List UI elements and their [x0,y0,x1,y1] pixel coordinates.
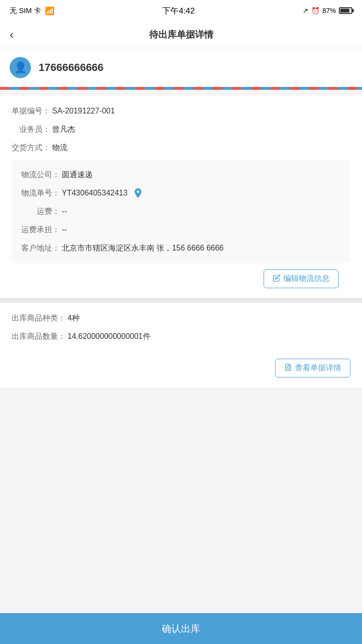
location-status-icon: ↗ [303,7,308,14]
goods-quantity-label: 出库商品数量： [12,331,66,342]
address-row: 客户地址： 北京市市辖区海淀区永丰南 张，156 6666 6666 [21,242,341,254]
status-bar: 无 SIM 卡 📶 下午4:42 ↗ ⏰ 87% [0,0,362,21]
wifi-icon: 📶 [45,6,55,15]
status-left: 无 SIM 卡 📶 [10,6,55,15]
goods-section: 出库商品种类： 4种 出库商品数量： 14.620000000000001件 [0,303,362,352]
alarm-icon: ⏰ [311,7,320,14]
sales-person-row: 业务员： 曾凡杰 [12,124,350,135]
document-icon [284,364,292,373]
view-document-label: 查看单据详情 [295,363,341,373]
goods-quantity-row: 出库商品数量： 14.620000000000001件 [12,331,350,342]
sales-person-label: 业务员： [12,124,50,135]
customer-phone: 17666666666 [39,61,104,74]
carrier-text: 无 SIM 卡 [10,6,41,15]
freight-bear-row: 运费承担： -- [21,224,341,236]
status-time: 下午4:42 [162,5,195,16]
freight-bear-value: -- [62,224,341,236]
goods-category-row: 出库商品种类： 4种 [12,312,350,324]
edit-btn-row: 编辑物流信息 [12,263,350,288]
sales-person-value: 曾凡杰 [52,124,350,135]
freight-label: 运费： [21,206,60,217]
customer-header: 👤 17666666666 [0,48,362,87]
tracking-number-value: YT4306405342413 [62,187,127,199]
freight-row: 运费： -- [21,206,341,217]
dashed-divider [0,87,362,90]
address-label: 客户地址： [21,242,60,254]
tracking-value-group: YT4306405342413 [62,187,341,199]
delivery-method-label: 交货方式： [12,142,50,154]
edit-logistics-label: 编辑物流信息 [283,274,330,284]
battery-percentage: 87% [322,7,336,14]
section-separator [0,298,362,303]
delivery-method-value: 物流 [52,142,350,154]
view-document-details-button[interactable]: 查看单据详情 [275,359,350,378]
freight-bear-label: 运费承担： [21,224,60,236]
nav-bar: ‹ 待出库单据详情 [0,21,362,48]
back-button[interactable]: ‹ [10,29,14,41]
address-value: 北京市市辖区海淀区永丰南 张，156 6666 6666 [62,242,341,254]
page-title: 待出库单据详情 [149,28,213,41]
bottom-spacer [0,387,362,474]
tracking-number-label: 物流单号： [21,187,60,199]
logistics-company-label: 物流公司： [21,169,60,181]
person-icon: 👤 [14,61,27,74]
document-number-label: 单据编号： [12,105,50,117]
status-right: ↗ ⏰ 87% [303,7,352,14]
battery-icon [339,7,352,14]
logistics-card: 物流公司： 圆通速递 物流单号： YT4306405342413 运费： -- … [12,160,350,263]
tracking-number-row: 物流单号： YT4306405342413 [21,187,341,199]
view-btn-row: 查看单据详情 [0,352,362,387]
edit-icon [273,274,280,283]
confirm-bar[interactable]: 确认出库 [0,613,362,644]
goods-category-value: 4种 [68,312,350,324]
freight-value: -- [62,206,341,217]
logistics-company-row: 物流公司： 圆通速递 [21,169,341,181]
map-pin-icon[interactable] [132,187,144,199]
document-number-row: 单据编号： SA-20191227-001 [12,105,350,117]
basic-info-section: 单据编号： SA-20191227-001 业务员： 曾凡杰 交货方式： 物流 … [0,96,362,298]
goods-category-label: 出库商品种类： [12,312,66,324]
goods-quantity-value: 14.620000000000001件 [68,331,350,342]
logistics-company-value: 圆通速递 [62,169,341,181]
confirm-button-label: 确认出库 [162,622,200,635]
edit-logistics-button[interactable]: 编辑物流信息 [264,269,339,288]
document-number-value: SA-20191227-001 [52,105,350,117]
delivery-method-row: 交货方式： 物流 [12,142,350,154]
avatar: 👤 [10,57,31,78]
